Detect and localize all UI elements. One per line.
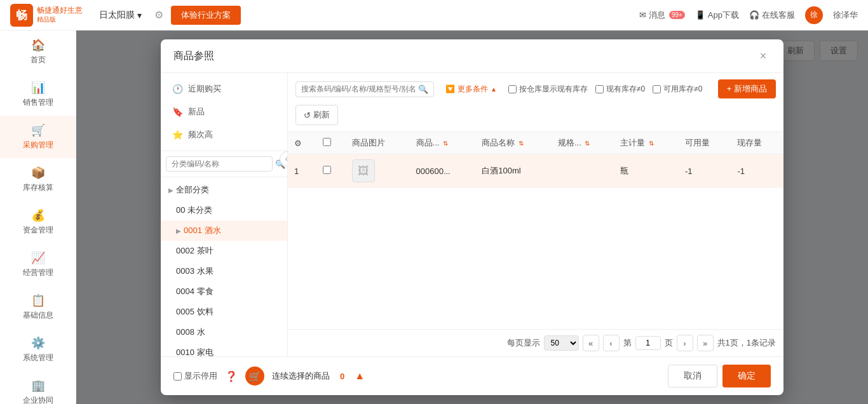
help-icon[interactable]: ❓ (225, 370, 238, 382)
col-usable: 可用量 (679, 132, 731, 154)
footer-right: 取消 确定 (668, 365, 771, 387)
category-item-0004[interactable]: 0004 零食 (161, 281, 287, 302)
col-name: 商品名称 ⇅ (475, 132, 552, 154)
product-search-input[interactable] (301, 84, 416, 93)
modal: 商品参照 × 🕐 近期购买 🔖 新品 ⭐ 频次高 (161, 39, 783, 395)
row-spec-0 (552, 154, 614, 188)
per-page-select[interactable]: 102050100 (544, 335, 579, 351)
product-table-container: ⚙ 商品图片 商品... ⇅ 商品名称 (288, 132, 783, 329)
total-label: 共1页，1条记录 (717, 337, 776, 349)
sidebar-item-purchase[interactable]: 🛒 采购管理 (0, 116, 76, 158)
table-body: 1 🖼 000600... 白酒100ml 瓶 -1 -1 (288, 154, 783, 188)
sidebar-label-basic: 基础信息 (23, 310, 53, 321)
first-page-btn[interactable]: « (583, 335, 599, 351)
filter-icon: 🔽 (445, 84, 455, 93)
username: 徐泽华 (833, 10, 858, 21)
avatar[interactable]: 徐 (805, 6, 823, 24)
row-unit-0: 瓶 (614, 154, 679, 188)
sidebar-item-business[interactable]: 📈 经营管理 (0, 243, 76, 286)
category-item-00[interactable]: 00 未分类 (161, 200, 287, 220)
code-sort-icon[interactable]: ⇅ (443, 140, 448, 147)
category-item-all[interactable]: ▶全部分类 (161, 180, 287, 200)
page-input[interactable] (635, 336, 661, 350)
spec-sort-icon[interactable]: ⇅ (585, 140, 590, 147)
cb-warehouse-label[interactable]: 按仓库显示现有库存 (508, 84, 588, 95)
category-label-0008: 0008 水 (176, 327, 205, 338)
sidebar-label-inventory: 库存核算 (23, 182, 53, 193)
sidebar-label-purchase: 采购管理 (23, 140, 53, 151)
gear-icon[interactable]: ⚙ (154, 9, 163, 21)
sidebar-item-enterprise[interactable]: 🏢 企业协同 (0, 371, 76, 404)
more-filter-btn[interactable]: 🔽 更多条件 ▲ (440, 81, 502, 97)
cart-icon[interactable]: 🛒 (245, 367, 264, 386)
show-disabled-checkbox[interactable] (173, 372, 182, 380)
sidebar-item-system[interactable]: ⚙️ 系统管理 (0, 328, 76, 371)
online-service-btn[interactable]: 🎧 在线客服 (749, 10, 795, 21)
messages-badge: 99+ (669, 11, 685, 19)
modal-close-btn[interactable]: × (756, 48, 771, 64)
category-item-0002[interactable]: 0002 茶叶 (161, 241, 287, 261)
refresh-product-btn[interactable]: ↺ 刷新 (295, 105, 338, 125)
name-sort-icon[interactable]: ⇅ (519, 140, 524, 147)
prev-page-btn[interactable]: ‹ (603, 335, 620, 351)
cb-stock-ne0[interactable] (595, 85, 604, 93)
modal-overlay: 商品参照 × 🕐 近期购买 🔖 新品 ⭐ 频次高 (76, 30, 868, 404)
col-settings[interactable]: ⚙ (288, 132, 316, 154)
row-cb-0[interactable] (316, 154, 346, 188)
messages-btn[interactable]: ✉ 消息 99+ (639, 10, 685, 21)
category-item-0005[interactable]: 0005 饮料 (161, 302, 287, 322)
cb-usable-ne0[interactable] (653, 85, 661, 93)
unit-sort-icon[interactable]: ⇅ (649, 140, 654, 147)
left-tab-icon-recent: 🕐 (172, 84, 183, 94)
last-page-btn[interactable]: » (697, 335, 714, 351)
sidebar-item-basic[interactable]: 📋 基础信息 (0, 286, 76, 328)
next-page-btn[interactable]: › (677, 335, 693, 351)
cancel-btn[interactable]: 取消 (668, 365, 717, 387)
row-checkbox-0[interactable] (323, 166, 331, 174)
row-seq-0: 1 (288, 154, 316, 188)
product-thumbnail: 🖼 (352, 159, 375, 182)
table-row[interactable]: 1 🖼 000600... 白酒100ml 瓶 -1 -1 (288, 154, 783, 188)
content-area: 查询 刷新 设置 商品参照 × (76, 30, 868, 404)
main-layout: 🏠 首页 📊 销售管理 🛒 采购管理 📦 库存核算 💰 资金管理 📈 经营管理 … (0, 30, 868, 404)
filter-arrow-icon: ▲ (491, 86, 497, 93)
app-download-btn[interactable]: 📱 App下载 (695, 10, 739, 21)
modal-header: 商品参照 × (161, 39, 783, 73)
add-product-btn[interactable]: + 新增商品 (718, 79, 776, 98)
left-tab-recent[interactable]: 🕐 近期购买 (166, 78, 282, 100)
select-all-checkbox[interactable] (323, 138, 331, 146)
category-item-0008[interactable]: 0008 水 (161, 322, 287, 342)
col-unit: 主计量 ⇅ (614, 132, 679, 154)
show-disabled-label[interactable]: 显示停用 (173, 370, 217, 382)
left-tab-icon-frequent: ⭐ (172, 130, 183, 140)
cb-usable-ne0-label[interactable]: 可用库存≠0 (653, 84, 702, 95)
category-item-0001[interactable]: ▶0001 酒水 (161, 220, 287, 241)
category-item-0010[interactable]: 0010 家电 (161, 342, 287, 356)
sidebar-item-sales[interactable]: 📊 销售管理 (0, 73, 76, 116)
left-tab-new[interactable]: 🔖 新品 (166, 101, 282, 123)
sidebar-label-system: 系统管理 (23, 353, 53, 363)
sidebar-item-inventory[interactable]: 📦 库存核算 (0, 158, 76, 201)
sidebar-item-home[interactable]: 🏠 首页 (0, 30, 76, 73)
left-tab-label-new: 新品 (188, 106, 205, 118)
category-item-0003[interactable]: 0003 水果 (161, 261, 287, 281)
row-code-0: 000600... (410, 154, 476, 188)
cb-stock-ne0-label[interactable]: 现有库存≠0 (595, 84, 645, 95)
sidebar-item-finance[interactable]: 💰 资金管理 (0, 201, 76, 243)
category-label-0002: 0002 茶叶 (176, 245, 214, 257)
sidebar-label-sales: 销售管理 (23, 97, 53, 108)
confirm-btn[interactable]: 确定 (722, 365, 771, 387)
store-dropdown[interactable]: 日太阳膜 ▾ (94, 7, 147, 24)
sidebar: 🏠 首页 📊 销售管理 🛒 采购管理 📦 库存核算 💰 资金管理 📈 经营管理 … (0, 30, 76, 404)
product-search-icon[interactable]: 🔍 (418, 84, 428, 94)
cb-warehouse[interactable] (508, 85, 517, 93)
trial-btn[interactable]: 体验行业方案 (171, 6, 241, 25)
table-header: ⚙ 商品图片 商品... ⇅ 商品名称 (288, 132, 783, 154)
category-label-0004: 0004 零食 (176, 286, 214, 297)
sidebar-icon-system: ⚙️ (31, 336, 45, 350)
category-label-all: 全部分类 (176, 184, 209, 196)
footer-collapse-icon[interactable]: ▲ (355, 370, 365, 382)
sidebar-label-finance: 资金管理 (23, 225, 53, 236)
left-tab-frequent[interactable]: ⭐ 频次高 (166, 124, 282, 145)
category-search-input[interactable] (166, 156, 273, 172)
